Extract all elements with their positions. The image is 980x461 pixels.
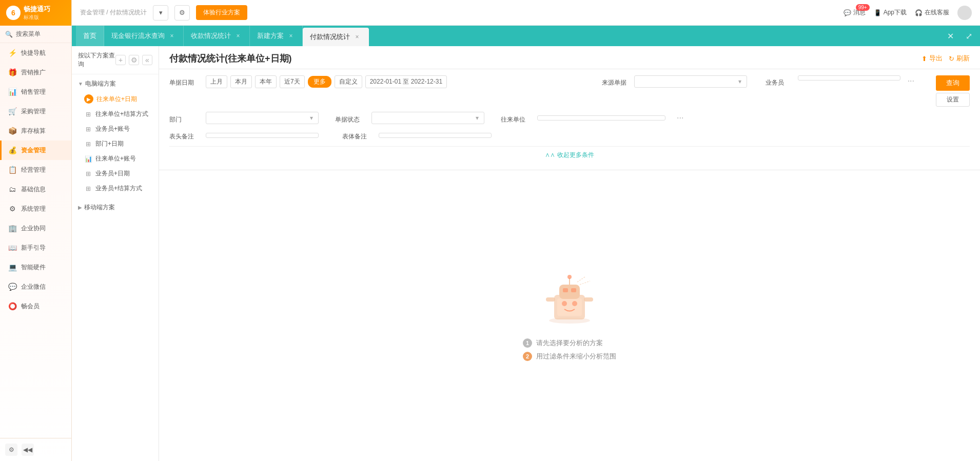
scheme-item-label: 业务员+日期 [95, 169, 130, 178]
collapse-more-btn[interactable]: ∧∧ 收起更多条件 [169, 146, 970, 164]
more-dates-btn[interactable]: 更多 [308, 76, 331, 88]
trial-scheme-btn[interactable]: 体验行业方案 [196, 5, 247, 20]
filter-row-1: 单据日期 上月 本月 本年 近7天 更多 自定义 2022-01-01 至 20… [169, 75, 970, 107]
sidebar-item-operation[interactable]: 📋 经营管理 [0, 160, 71, 179]
close-all-btn[interactable]: ✕ [943, 29, 957, 43]
tab-new-scheme-label: 新建方案 [257, 31, 284, 41]
tab-payment-stats-label: 付款情况统计 [310, 32, 350, 42]
scheme-item-dept-date[interactable]: ⊞ 部门+日期 [72, 136, 159, 151]
refresh-btn[interactable]: ↻ 刷新 [949, 54, 970, 63]
filter-row-2: 部门 ▾ 单据状态 ▾ 往来单位 ··· [169, 112, 970, 124]
scheme-item-staff-settle[interactable]: ⊞ 业务员+结算方式 [72, 181, 159, 196]
sidebar-item-system[interactable]: ⚙ 系统管理 [0, 199, 71, 218]
last-month-btn[interactable]: 上月 [206, 75, 227, 88]
hardware-icon: 💻 [8, 263, 17, 272]
staff-input[interactable] [798, 75, 900, 81]
tab-new-scheme-close[interactable]: × [287, 32, 295, 40]
sidebar-item-sales[interactable]: 📊 销售管理 [0, 82, 71, 102]
scheme-item-unit-account[interactable]: 📊 往来单位+账号 [72, 151, 159, 166]
content: 按以下方案查询 + ⚙ « ▼ 电脑端方案 ▶ 往来单位+日期 ⊞ [72, 46, 980, 461]
dept-select[interactable]: ▾ [206, 112, 319, 124]
settings-filter-btn[interactable]: 设置 [936, 93, 970, 107]
this-month-btn[interactable]: 本月 [230, 75, 252, 88]
tab-bank-flow[interactable]: 现金银行流水查询 × [104, 26, 184, 46]
tabbar-actions: ✕ ⤢ [943, 29, 976, 43]
svg-rect-11 [584, 297, 593, 302]
sidebar-item-guide[interactable]: 📖 新手引导 [0, 238, 71, 257]
desktop-scheme-group: ▼ 电脑端方案 ▶ 往来单位+日期 ⊞ 往来单位+结算方式 ⊞ 业务员+账号 ⊞ [72, 74, 159, 198]
partner-label: 往来单位 [501, 112, 529, 124]
tab-receipt-stats[interactable]: 收款情况统计 × [184, 26, 250, 46]
scheme-settings-btn[interactable]: ⚙ [129, 55, 139, 65]
scheme-item-staff-date[interactable]: ⊞ 业务员+日期 [72, 166, 159, 181]
scheme-header-title: 按以下方案查询 [78, 51, 115, 69]
desktop-group-title[interactable]: ▼ 电脑端方案 [72, 76, 159, 91]
staff-settle-icon: ⊞ [84, 185, 92, 193]
tab-home[interactable]: 首页 [76, 26, 104, 46]
query-btn[interactable]: 查询 [936, 75, 970, 91]
scheme-header-actions: + ⚙ « [115, 55, 152, 65]
export-btn[interactable]: ⬆ 导出 [922, 54, 943, 63]
scheme-item-staff-account[interactable]: ⊞ 业务员+账号 [72, 122, 159, 136]
sidebar-item-basic[interactable]: 🗂 基础信息 [0, 179, 71, 199]
app-download-btn[interactable]: 📱 App下载 [874, 8, 907, 17]
tip-text-1: 请先选择要分析的方案 [536, 338, 603, 348]
tab-receipt-stats-close[interactable]: × [234, 32, 242, 40]
topbar-right: 💬 消息 99+ 📱 App下载 🎧 在线客服 [844, 6, 972, 20]
partner-more-btn[interactable]: ··· [674, 112, 687, 124]
sidebar-item-label: 采购管理 [21, 107, 46, 116]
sidebar-collapse-btn[interactable]: ◀◀ [22, 444, 34, 456]
header-note-input[interactable] [206, 133, 319, 138]
messages-btn[interactable]: 💬 消息 99+ [844, 8, 866, 17]
logo-icon: 6 [6, 6, 21, 20]
dept-select-arrow: ▾ [310, 114, 313, 122]
topbar: 资金管理 / 付款情况统计 ▾ ⚙ 体验行业方案 💬 消息 99+ 📱 App下… [72, 0, 980, 26]
tab-payment-stats[interactable]: 付款情况统计 × [303, 28, 369, 46]
add-scheme-btn[interactable]: + [115, 55, 126, 65]
tab-payment-stats-close[interactable]: × [353, 33, 361, 41]
svg-line-13 [580, 281, 590, 285]
sidebar-item-wechat[interactable]: 💬 企业微信 [0, 277, 71, 296]
scheme-item-unit-date[interactable]: ▶ 往来单位+日期 [72, 91, 159, 107]
body-note-input[interactable] [379, 133, 492, 138]
query-actions: 查询 设置 [936, 75, 970, 107]
sidebar-item-hardware[interactable]: 💻 智能硬件 [0, 257, 71, 277]
sidebar-item-purchase[interactable]: 🛒 采购管理 [0, 102, 71, 121]
scheme-item-label: 业务员+账号 [95, 125, 130, 133]
scheme-item-unit-settle[interactable]: ⊞ 往来单位+结算方式 [72, 107, 159, 122]
sidebar-item-quick-nav[interactable]: ⚡ 快捷导航 [0, 43, 71, 63]
last-7days-btn[interactable]: 近7天 [280, 75, 305, 88]
svg-line-12 [577, 277, 585, 282]
search-label: 搜索菜单 [16, 30, 41, 38]
tab-new-scheme[interactable]: 新建方案 × [250, 26, 303, 46]
online-service-btn[interactable]: 🎧 在线客服 [915, 8, 949, 17]
marketing-icon: 🎁 [8, 68, 17, 77]
custom-date-btn[interactable]: 自定义 [335, 75, 362, 88]
sidebar-item-member[interactable]: ⭕ 畅会员 [0, 296, 71, 316]
tab-bank-flow-close[interactable]: × [168, 32, 176, 40]
scheme-panel: 按以下方案查询 + ⚙ « ▼ 电脑端方案 ▶ 往来单位+日期 ⊞ [72, 46, 159, 461]
tip-text-2: 用过滤条件来缩小分析范围 [536, 352, 616, 361]
scheme-collapse-btn[interactable]: « [142, 55, 152, 65]
sidebar-item-enterprise[interactable]: 🏢 企业协同 [0, 218, 71, 238]
staff-more-btn[interactable]: ··· [905, 75, 917, 87]
member-icon: ⭕ [8, 302, 17, 311]
mobile-group-label: 移动端方案 [84, 203, 115, 212]
this-year-btn[interactable]: 本年 [255, 75, 277, 88]
mobile-group-title[interactable]: ▶ 移动端方案 [72, 200, 159, 215]
sidebar-item-inventory[interactable]: 📦 库存核算 [0, 121, 71, 141]
guide-icon: 📖 [8, 243, 17, 252]
expand-btn[interactable]: ⤢ [962, 29, 976, 43]
topbar-dropdown[interactable]: ▾ [153, 5, 168, 21]
avatar[interactable] [957, 6, 972, 20]
sidebar-settings-btn[interactable]: ⚙ [5, 444, 17, 456]
partner-input[interactable] [537, 115, 665, 121]
sidebar-item-marketing[interactable]: 🎁 营销推广 [0, 63, 71, 82]
doc-status-select[interactable]: ▾ [371, 112, 484, 124]
logo-text: 畅捷通巧 标准版 [24, 5, 50, 21]
source-select[interactable]: ▾ [634, 75, 747, 88]
search-menu[interactable]: 🔍 搜索菜单 [0, 26, 71, 43]
tip-num-2: 2 [523, 352, 532, 361]
topbar-settings-btn[interactable]: ⚙ [174, 5, 190, 21]
sidebar-item-finance[interactable]: 💰 资金管理 [0, 141, 71, 160]
